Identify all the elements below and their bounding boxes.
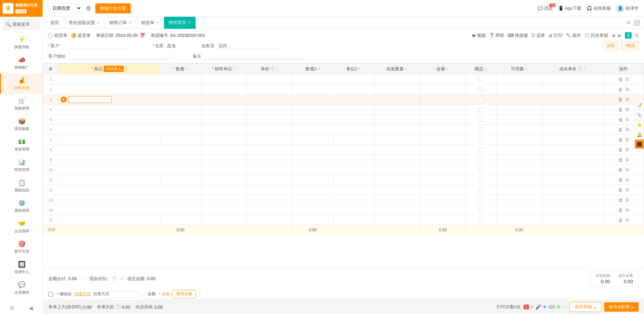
product-cell[interactable] <box>58 135 160 145</box>
gift-checkbox[interactable] <box>479 178 483 182</box>
copy-row-button[interactable]: ⧉ <box>625 86 630 93</box>
qty2-cell[interactable] <box>292 145 333 155</box>
rt-bell-button[interactable]: 🔔 <box>635 130 644 139</box>
help-button[interactable]: ❓ 帮助 <box>489 33 504 39</box>
account-dots[interactable]: ... <box>142 292 145 297</box>
available-cell[interactable] <box>496 135 542 145</box>
product-cell[interactable] <box>58 165 160 175</box>
sale-unit-cell[interactable] <box>201 95 247 105</box>
gift-checkbox[interactable] <box>479 77 483 82</box>
more-icon[interactable]: ⋯ <box>562 304 567 310</box>
sidebar-item-guide[interactable]: 🎯 新手引导 <box>0 237 43 257</box>
calendar-icon[interactable]: 📅 <box>140 33 145 38</box>
product-cell[interactable] <box>58 195 160 205</box>
tab-close-sale-delivery[interactable]: ✕ <box>156 21 159 24</box>
product-cell[interactable] <box>58 125 160 135</box>
qty2-cell[interactable] <box>292 205 333 215</box>
cost-price-cell[interactable] <box>542 95 603 105</box>
qty-cell[interactable] <box>160 105 201 115</box>
delete-row-button[interactable]: 🗑 <box>618 106 624 113</box>
sale-unit-cell[interactable] <box>201 135 247 145</box>
sale-unit-cell[interactable] <box>201 74 247 84</box>
qty2-cell[interactable] <box>292 125 333 135</box>
cost-price-cell[interactable] <box>542 185 603 195</box>
sale-unit-cell[interactable] <box>201 165 247 175</box>
available-cell[interactable] <box>496 95 542 105</box>
product-cell[interactable] <box>58 185 160 195</box>
unit2-cell[interactable] <box>333 165 374 175</box>
unit2-cell[interactable] <box>333 135 374 145</box>
qty2-cell[interactable] <box>292 135 333 145</box>
sale-unit-cell[interactable] <box>201 105 247 115</box>
gift-cell[interactable] <box>466 95 496 105</box>
list-view-icon[interactable]: ☰ <box>625 32 632 39</box>
amount-cell[interactable] <box>420 135 466 145</box>
history-button[interactable]: 🕐 历史单据 <box>584 33 608 39</box>
amount-cell[interactable] <box>420 195 466 205</box>
qty-cell[interactable] <box>160 175 201 185</box>
mic-icon[interactable]: 🎤 <box>535 304 541 310</box>
gift-cell[interactable] <box>466 105 496 115</box>
expense-split-button[interactable]: 费用分摊 <box>172 290 196 298</box>
video-button[interactable]: ▶ 视频 <box>473 33 486 39</box>
amount-cell[interactable] <box>420 185 466 195</box>
copy-row-button[interactable]: ⧉ <box>625 176 630 183</box>
qty-cell[interactable] <box>160 115 201 125</box>
qty-cell[interactable] <box>160 165 201 175</box>
product-cell[interactable]: + <box>58 95 160 105</box>
gift-checkbox[interactable] <box>479 117 483 122</box>
settings-button[interactable]: 设置 <box>603 41 618 50</box>
tab-sale-price[interactable]: 售价提取设置 ✕ <box>64 17 105 29</box>
cost-price-cell[interactable] <box>542 125 603 135</box>
product-cell[interactable] <box>58 115 160 125</box>
sale-unit-cell[interactable] <box>201 155 247 165</box>
sale-unit-cell[interactable] <box>201 175 247 185</box>
delete-row-button[interactable]: 🗑 <box>618 126 624 133</box>
save-draft-button[interactable]: 保存草稿 ▲ <box>570 302 602 312</box>
user-menu[interactable]: 👤 徐泽华 <box>616 4 639 12</box>
delete-row-button[interactable]: 🗑 <box>618 167 624 173</box>
search-menu-button[interactable]: 🔍 搜索菜单 <box>3 19 40 29</box>
copy-row-button[interactable]: ⧉ <box>625 156 630 163</box>
cost-price-cell[interactable] <box>542 115 603 125</box>
th-settings[interactable]: ⚙ <box>43 64 59 74</box>
select-order-button[interactable]: ☑ 选单 <box>531 33 545 39</box>
cost-price-cell[interactable] <box>542 145 603 155</box>
qty-cell[interactable] <box>160 135 201 145</box>
trial-button[interactable]: 体验行业方案 <box>95 3 131 13</box>
available-cell[interactable] <box>496 215 542 225</box>
gift-checkbox[interactable] <box>479 97 483 102</box>
app-download-button[interactable]: 📱 App下载 <box>558 5 581 11</box>
unit2-cell[interactable] <box>333 185 374 195</box>
pack-qty-cell[interactable] <box>374 95 420 105</box>
cost-price-cell[interactable] <box>542 155 603 165</box>
copy-row-button[interactable]: ⧉ <box>625 126 630 133</box>
tab-sale-delivery[interactable]: 销货单 ✕ <box>137 17 164 29</box>
rt-expand-button[interactable]: ⬛ <box>635 139 644 149</box>
gift-checkbox[interactable] <box>479 107 483 112</box>
gift-checkbox[interactable] <box>479 147 483 152</box>
product-cell[interactable] <box>58 175 160 185</box>
tab-close-sale-return[interactable]: ✕ <box>188 20 191 24</box>
nav-next-icon[interactable]: ▶ <box>618 33 622 38</box>
sale-unit-cell[interactable] <box>201 195 247 205</box>
amount-cell[interactable] <box>420 215 466 225</box>
payment-help-icon[interactable]: ? <box>199 292 201 297</box>
unit-price-cell[interactable] <box>247 175 293 185</box>
sidebar-item-operations[interactable]: 📊 经营管理 <box>0 155 43 176</box>
qty-cell[interactable] <box>160 205 201 215</box>
radio-return[interactable]: 退货单 <box>71 33 91 39</box>
copy-row-button[interactable]: ⧉ <box>625 76 630 83</box>
gift-cell[interactable] <box>466 74 496 84</box>
delete-row-button[interactable]: 🗑 <box>618 76 624 83</box>
eye-icon[interactable]: 👁 <box>542 304 547 310</box>
amount-cell[interactable] <box>420 145 466 155</box>
tabs-maximize-button[interactable]: ⬜ <box>632 19 641 26</box>
sidebar-item-basics[interactable]: 📋 基础信息 <box>0 176 43 196</box>
qty2-cell[interactable] <box>292 215 333 225</box>
unit2-cell[interactable] <box>333 105 374 115</box>
customer-input[interactable] <box>61 43 128 49</box>
rt-star-button[interactable]: ⭐ <box>635 120 644 129</box>
add-row-button[interactable]: + <box>61 97 67 103</box>
unit2-cell[interactable] <box>333 84 374 95</box>
